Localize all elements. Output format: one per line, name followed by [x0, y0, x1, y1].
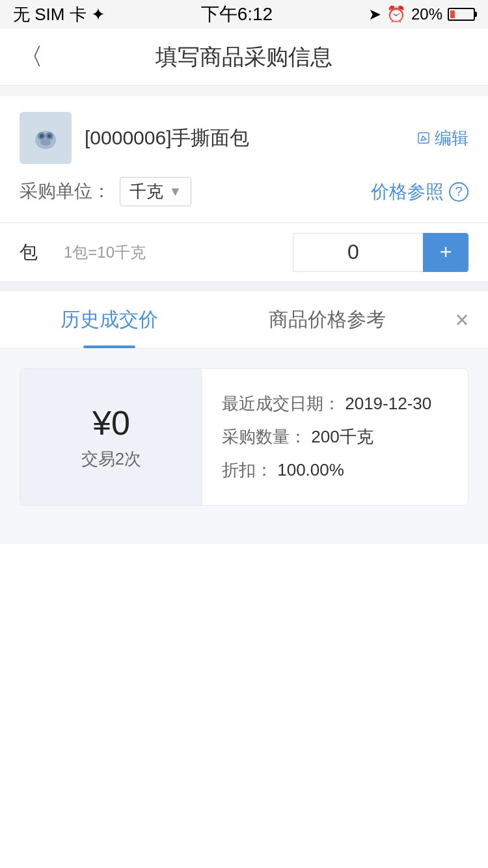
svg-point-5: [40, 139, 51, 146]
quantity-input[interactable]: [293, 233, 423, 272]
trade-qty-label: 采购数量：: [222, 427, 306, 446]
tab-price-ref-label: 商品价格参考: [269, 306, 386, 333]
quantity-row: 包 1包=10千克 +: [0, 223, 488, 281]
edit-label: 编辑: [435, 127, 468, 150]
trade-details-area: 最近成交日期： 2019-12-30 采购数量： 200千克 折扣： 100.0…: [202, 369, 468, 505]
tab-history-price[interactable]: 历史成交价: [0, 292, 218, 348]
trade-discount-label: 折扣：: [222, 460, 273, 480]
edit-icon: [416, 131, 431, 145]
price-number: 0: [111, 404, 130, 442]
dropdown-arrow-icon: ▼: [169, 184, 182, 199]
product-top-row: [0000006]手撕面包 编辑: [20, 112, 468, 164]
svg-point-3: [40, 134, 44, 138]
help-icon: ?: [449, 182, 468, 202]
product-section: [0000006]手撕面包 编辑 采购单位： 千克 ▼ 价格参照 ?: [0, 96, 488, 222]
battery-percent: 20%: [411, 5, 442, 23]
tab-price-reference[interactable]: 商品价格参考: [218, 292, 436, 348]
quantity-input-group: +: [293, 233, 468, 272]
page-title: 填写商品采购信息: [156, 42, 332, 72]
trade-discount-value: 100.00%: [277, 460, 344, 480]
battery-fill: [450, 10, 455, 18]
status-bar: 无 SIM 卡 ✦ 下午6:12 ➤ ⏰ 20%: [0, 0, 488, 29]
battery-icon: [448, 8, 475, 21]
tabs-header: 历史成交价 商品价格参考 ×: [0, 292, 488, 349]
trade-qty-row: 采购数量： 200千克: [222, 426, 448, 448]
tab-close-button[interactable]: ×: [436, 292, 488, 348]
tab-active-indicator: [83, 346, 135, 348]
section-divider: [0, 281, 488, 292]
tabs-section: 历史成交价 商品价格参考 × ¥0 交易2次 最近成交日期： 2019-12-3…: [0, 292, 488, 544]
unit-dropdown[interactable]: 千克 ▼: [120, 177, 191, 206]
trade-date-value: 2019-12-30: [345, 394, 431, 413]
price-ref-label: 价格参照: [371, 180, 444, 204]
price-reference-button[interactable]: 价格参照 ?: [371, 180, 468, 204]
trade-price-area: ¥0 交易2次: [20, 369, 202, 505]
edit-button[interactable]: 编辑: [416, 127, 468, 150]
trade-price-value: ¥0: [92, 403, 130, 442]
trade-count: 交易2次: [81, 448, 141, 470]
tab-content-area: ¥0 交易2次 最近成交日期： 2019-12-30 采购数量： 200千克 折…: [0, 349, 488, 544]
alarm-icon: ⏰: [386, 5, 406, 23]
trade-date-label: 最近成交日期：: [222, 394, 340, 413]
product-info: [0000006]手撕面包: [20, 112, 249, 164]
product-image-icon: [29, 122, 62, 154]
svg-point-4: [47, 134, 51, 138]
currency-symbol: ¥: [92, 404, 111, 442]
bottom-content: [0, 544, 488, 868]
unit-conversion: 1包=10千克: [64, 242, 293, 263]
product-name: [0000006]手撕面包: [85, 125, 249, 152]
unit-value: 千克: [129, 180, 163, 203]
trade-qty-value: 200千克: [311, 427, 373, 446]
back-button[interactable]: 〈: [13, 34, 49, 79]
trade-discount-row: 折扣： 100.00%: [222, 459, 448, 481]
trade-card: ¥0 交易2次 最近成交日期： 2019-12-30 采购数量： 200千克 折…: [20, 368, 468, 506]
close-icon: ×: [455, 306, 468, 334]
svg-rect-7: [418, 133, 429, 143]
unit-selector: 采购单位： 千克 ▼: [20, 177, 191, 206]
header: 〈 填写商品采购信息: [0, 29, 488, 86]
status-time: 下午6:12: [201, 2, 273, 27]
quantity-unit: 包: [20, 240, 59, 265]
status-right: ➤ ⏰ 20%: [368, 5, 475, 23]
tab-history-label: 历史成交价: [61, 306, 158, 333]
location-icon: ➤: [368, 5, 381, 23]
trade-date-row: 最近成交日期： 2019-12-30: [222, 392, 448, 415]
unit-label: 采购单位：: [20, 181, 111, 201]
product-thumbnail: [20, 112, 72, 164]
product-bottom-row: 采购单位： 千克 ▼ 价格参照 ?: [20, 177, 468, 206]
status-signal: 无 SIM 卡 ✦: [13, 3, 105, 26]
quantity-plus-button[interactable]: +: [423, 233, 468, 272]
